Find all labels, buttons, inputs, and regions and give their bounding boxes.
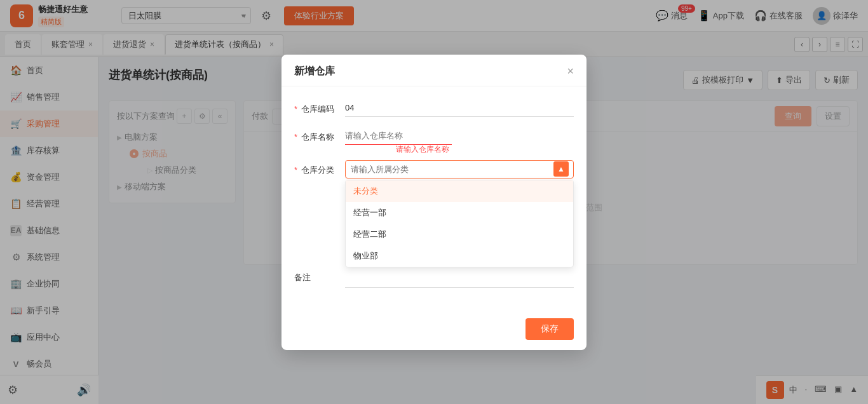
warehouse-notes-input[interactable] (345, 267, 574, 288)
warehouse-name-input-wrap: 请输入仓库名称 (345, 127, 574, 145)
dropdown-item-dept2[interactable]: 经营二部 (346, 224, 573, 245)
category-arrow-button[interactable]: ▲ (553, 161, 569, 177)
warehouse-name-input[interactable] (345, 127, 452, 145)
modal-save-button[interactable]: 保存 (526, 318, 574, 340)
dropdown-item-unclassified[interactable]: 未分类 (346, 180, 573, 202)
warehouse-category-label: * 仓库分类 (294, 160, 345, 176)
warehouse-code-input[interactable] (345, 99, 574, 117)
modal-header: 新增仓库 × (281, 55, 587, 86)
warehouse-notes-row: 备注 (294, 267, 574, 288)
warehouse-code-row: * 仓库编码 (294, 99, 574, 117)
warehouse-name-error: 请输入仓库名称 (396, 144, 449, 155)
category-dropdown: 未分类 经营一部 经营二部 物业部 (345, 180, 574, 267)
add-warehouse-modal: 新增仓库 × * 仓库编码 * 仓库名称 请输入仓库名称 (281, 55, 587, 350)
warehouse-category-input[interactable] (345, 160, 574, 178)
warehouse-code-label: * 仓库编码 (294, 99, 345, 115)
modal-overlay: 新增仓库 × * 仓库编码 * 仓库名称 请输入仓库名称 (0, 0, 868, 404)
warehouse-name-label: * 仓库名称 (294, 127, 345, 143)
dropdown-item-dept3[interactable]: 物业部 (346, 245, 573, 267)
warehouse-category-input-wrap: ▲ 未分类 经营一部 经营二部 物业部 (345, 160, 574, 178)
warehouse-notes-label: 备注 (294, 267, 345, 283)
dropdown-item-dept1[interactable]: 经营一部 (346, 202, 573, 224)
modal-footer: 保存 (281, 311, 587, 350)
modal-title: 新增仓库 (294, 65, 335, 78)
modal-body: * 仓库编码 * 仓库名称 请输入仓库名称 * (281, 86, 587, 311)
warehouse-name-row: * 仓库名称 请输入仓库名称 (294, 127, 574, 145)
modal-close-button[interactable]: × (567, 65, 574, 77)
warehouse-category-row: * 仓库分类 ▲ 未分类 经营一部 经营二部 物业部 (294, 160, 574, 178)
